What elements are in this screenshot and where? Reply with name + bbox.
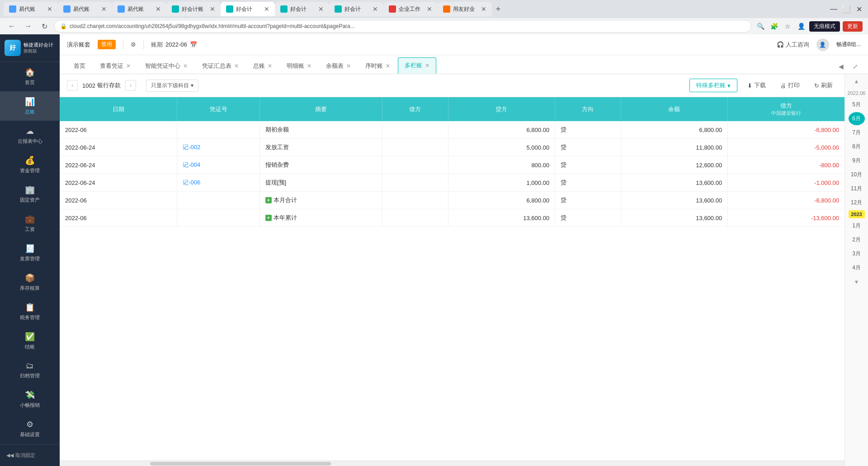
voucher-link-2[interactable]: 记-004 — [183, 161, 200, 168]
new-tab-button[interactable]: + — [492, 3, 505, 15]
cell-voucher-3[interactable]: 记-006 — [177, 174, 260, 192]
browser-tab-7[interactable]: 好会计 ✕ — [329, 2, 383, 16]
tab-balance-table-close[interactable]: ✕ — [346, 63, 351, 69]
tab-multi-column-close[interactable]: ✕ — [425, 62, 429, 69]
close-window-button[interactable]: ✕ — [854, 4, 864, 14]
tab-view-voucher[interactable]: 查看凭证 ✕ — [93, 58, 137, 74]
unpin-button[interactable]: ◀◀ 取消固定 — [5, 449, 55, 461]
tab-multi-column[interactable]: 多栏账 ✕ — [398, 57, 436, 74]
voucher-link-3[interactable]: 记-006 — [183, 179, 200, 186]
month-item-jun-2022[interactable]: 6月 — [849, 112, 865, 125]
month-item-apr-2023[interactable]: 4月 — [849, 261, 865, 274]
next-account-button[interactable]: › — [125, 80, 136, 91]
sidebar-item-general[interactable]: 📊 总账 — [0, 91, 60, 121]
refresh-button[interactable]: ↻ 刷新 — [810, 79, 837, 92]
sidebar-item-archive[interactable]: 🗂 归档管理 — [0, 356, 60, 385]
sidebar-item-fixed-assets[interactable]: 🏢 固定资产 — [0, 179, 60, 209]
minimize-button[interactable]: — — [828, 4, 839, 14]
browser-tab-6[interactable]: 好会计 ✕ — [275, 2, 329, 16]
tab-balance-table[interactable]: 余额表 ✕ — [319, 58, 358, 74]
tab-close-3[interactable]: ✕ — [156, 5, 161, 13]
maximize-button[interactable]: ⬜ — [841, 4, 852, 14]
month-item-oct-2022[interactable]: 10月 — [849, 168, 865, 181]
period-selector[interactable]: 账期 2022-06 📅 — [151, 41, 197, 49]
sidebar-item-cloud-report[interactable]: ☁ 云报表中心 — [0, 121, 60, 150]
sidebar-item-expense[interactable]: 💸 小畅报销 — [0, 385, 60, 414]
consult-button[interactable]: 🎧 人工咨询 — [777, 41, 809, 49]
tab-detail-ledger-close[interactable]: ✕ — [307, 63, 311, 69]
browser-tab-8[interactable]: 企业工作 ✕ — [383, 2, 438, 16]
month-item-dec-2022[interactable]: 12月 — [849, 196, 865, 209]
tab-home[interactable]: 首页 — [67, 58, 92, 74]
tab-voucher-summary-close[interactable]: ✕ — [234, 63, 239, 69]
sidebar-item-tax[interactable]: 📋 税务管理 — [0, 297, 60, 326]
update-button[interactable]: 更新 — [843, 21, 863, 32]
month-item-feb-2023[interactable]: 2月 — [849, 233, 865, 246]
user-avatar[interactable]: 👤 — [816, 38, 829, 51]
month-item-mar-2023[interactable]: 3月 — [849, 247, 865, 260]
month-nav-up-button[interactable]: ▲ — [849, 76, 865, 87]
tab-close-7[interactable]: ✕ — [373, 5, 378, 13]
browser-tab-1[interactable]: 易代账 ✕ — [4, 2, 58, 16]
filter-dropdown[interactable]: 只显示下级科目 ▾ — [146, 80, 198, 92]
settings-toolbar-item[interactable]: ⚙ — [131, 41, 136, 48]
tab-close-6[interactable]: ✕ — [318, 5, 324, 13]
sidebar-item-payroll[interactable]: 💼 工资 — [0, 209, 60, 238]
tab-voucher-summary[interactable]: 凭证汇总表 ✕ — [195, 58, 245, 74]
browser-tab-3[interactable]: 易代账 ✕ — [112, 2, 166, 16]
profile-icon[interactable]: 👤 — [796, 21, 807, 32]
tab-close-2[interactable]: ✕ — [101, 5, 107, 13]
month-item-nov-2022[interactable]: 11月 — [849, 182, 865, 195]
voucher-link-1[interactable]: 记-002 — [183, 144, 200, 151]
download-button[interactable]: ⬇ 下载 — [743, 79, 770, 92]
tab-general-ledger-close[interactable]: ✕ — [268, 63, 272, 69]
expand-panel-button[interactable]: ⤢ — [850, 61, 861, 72]
collapse-panel-button[interactable]: ◀ — [835, 61, 846, 72]
tab-view-voucher-close[interactable]: ✕ — [126, 63, 131, 69]
tab-close-8[interactable]: ✕ — [427, 5, 432, 13]
month-item-aug-2022[interactable]: 8月 — [849, 140, 865, 153]
tab-sequence-ledger[interactable]: 序时账 ✕ — [359, 58, 397, 74]
cell-voucher-2[interactable]: 记-004 — [177, 156, 260, 174]
special-multi-column-button[interactable]: 特殊多栏账 ▾ — [689, 79, 737, 92]
favorites-icon[interactable]: ☆ — [782, 21, 793, 32]
url-input[interactable]: 🔒 cloud2.chanjet.com/accounting/uh26t264… — [54, 20, 751, 33]
sidebar-item-invoice[interactable]: 🧾 发票管理 — [0, 238, 60, 268]
month-nav-down-button[interactable]: ▼ — [849, 277, 865, 287]
col-voucher: 凭证号 — [177, 97, 260, 121]
sidebar-item-fund[interactable]: 💰 资金管理 — [0, 150, 60, 179]
cell-voucher-1[interactable]: 记-002 — [177, 139, 260, 156]
print-button[interactable]: 🖨 打印 — [776, 79, 804, 92]
sidebar-item-settings[interactable]: ⚙ 基础设置 — [0, 414, 60, 443]
tab-close-9[interactable]: ✕ — [481, 5, 486, 13]
main-content: 演示账套 禁用 ⚙ 账期 2022-06 📅 🎧 人工咨询 👤 畅通B组 — [60, 34, 868, 466]
tab-close-4[interactable]: ✕ — [210, 5, 215, 13]
tab-detail-ledger[interactable]: 明细账 ✕ — [280, 58, 318, 74]
tab-close-1[interactable]: ✕ — [47, 5, 52, 13]
scrollbar-thumb[interactable] — [150, 462, 331, 466]
month-item-may-2022[interactable]: 5月 — [849, 98, 865, 111]
browser-tab-9[interactable]: 用友好业 ✕ — [438, 2, 492, 16]
month-item-jul-2022[interactable]: 7月 — [849, 126, 865, 139]
search-icon[interactable]: 🔍 — [755, 21, 766, 32]
tab-general-ledger[interactable]: 总账 ✕ — [246, 58, 279, 74]
tab-close-5[interactable]: ✕ — [264, 5, 269, 13]
tab-smart-voucher-close[interactable]: ✕ — [183, 63, 188, 69]
month-item-jan-2023[interactable]: 1月 — [849, 219, 865, 232]
sidebar-item-settlement[interactable]: ✅ 结账 — [0, 326, 60, 356]
sidebar-item-home[interactable]: 🏠 首页 — [0, 62, 60, 91]
prev-account-button[interactable]: ‹ — [67, 80, 78, 91]
refresh-button[interactable]: ↻ — [38, 20, 51, 33]
back-button[interactable]: ← — [5, 20, 18, 33]
month-item-sep-2022[interactable]: 9月 — [849, 154, 865, 167]
browser-tab-5[interactable]: 好会计 ✕ — [221, 2, 275, 16]
forward-button[interactable]: → — [22, 20, 34, 33]
tab-sequence-ledger-close[interactable]: ✕ — [386, 63, 390, 69]
browser-tab-2[interactable]: 易代账 ✕ — [58, 2, 112, 16]
tab-smart-voucher[interactable]: 智能凭证中心 ✕ — [138, 58, 194, 74]
extension-icon[interactable]: 🧩 — [769, 21, 779, 32]
account-selector[interactable]: 1002 银行存款 — [82, 81, 121, 89]
horizontal-scrollbar[interactable] — [60, 461, 844, 466]
sidebar-item-inventory[interactable]: 📦 库存核算 — [0, 268, 60, 297]
browser-tab-4[interactable]: 好会计账 ✕ — [166, 2, 221, 16]
